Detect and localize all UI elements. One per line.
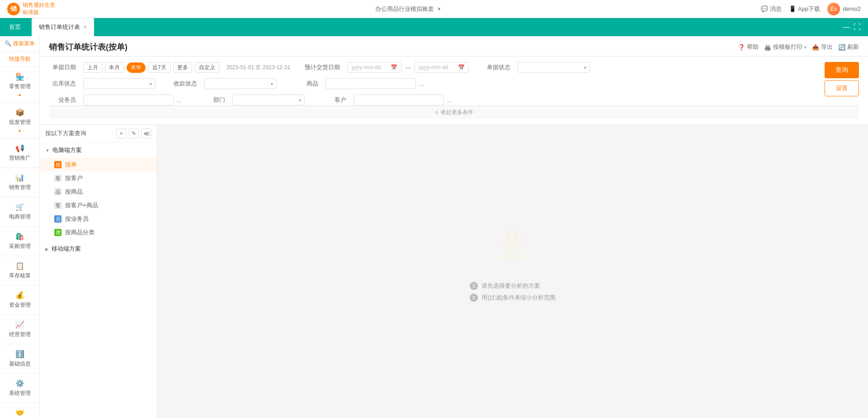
maximize-icon[interactable]: ⛶ <box>854 23 861 31</box>
date-end-input[interactable]: yyyy-mm-dd 📅 <box>415 62 469 73</box>
calendar-icon-start: 📅 <box>391 64 397 71</box>
page-header: 销售订单统计表(按单) ❓ 帮助 🖨️ 按模板打印 ▾ 📤 导出 🔄 刷新 <box>40 36 868 57</box>
app-icon: 📱 <box>789 5 796 12</box>
scheme-item-bygoods[interactable]: 品 按商品 <box>40 185 157 199</box>
date-label: 单据日期 <box>49 63 76 71</box>
scheme-item-bysales[interactable]: 员 按业务员 <box>40 212 157 226</box>
logo-area: 销 销售通好生意 标准版 <box>7 2 55 16</box>
date-btn-more[interactable]: 更多 <box>173 62 192 73</box>
calendar-icon-end: 📅 <box>458 64 465 71</box>
print-btn[interactable]: 🖨️ 按模板打印 ▾ <box>764 43 807 51</box>
goods-label: 商品 <box>291 80 318 88</box>
payment-status-select[interactable] <box>204 78 277 89</box>
customer-more-btn[interactable]: ... <box>445 96 454 104</box>
retail-arrow: ▲ <box>18 92 22 97</box>
sales-icon: 📊 <box>15 173 24 182</box>
date-btn-thismonth[interactable]: 本月 <box>105 62 124 73</box>
scheme-item-byorder[interactable]: 按 按单 <box>40 158 157 171</box>
scheme-item-icon-bycustomergoods: 客 <box>54 202 61 209</box>
mobile-group-label: 移动端方案 <box>52 245 81 253</box>
goods-input[interactable] <box>326 78 416 89</box>
date-start-input[interactable]: yyyy-mm-dd 📅 <box>347 62 401 73</box>
filter-row-1: 单据日期 上月 本月 本年 近7天 更多 自定义 2023-01-01 至 20… <box>49 62 817 73</box>
date-btn-thisyear[interactable]: 本年 <box>127 62 146 73</box>
dept-select[interactable] <box>232 95 305 105</box>
scheme-item-bycategory[interactable]: 类 按商品分类 <box>40 226 157 239</box>
app-download-btn[interactable]: 📱 App下载 <box>789 5 820 13</box>
scheme-pc-group-header[interactable]: ▼ 电脑端方案 <box>40 142 157 158</box>
delivery-status-select[interactable] <box>83 78 156 89</box>
collapse-bar[interactable]: ∧ 收起更多条件 <box>49 105 859 119</box>
svg-rect-10 <box>514 248 519 258</box>
svg-point-5 <box>514 236 517 239</box>
sidebar-item-basic[interactable]: ℹ️ 基础信息 <box>0 344 39 374</box>
purchase-icon: 🛍️ <box>15 232 24 241</box>
sales-input[interactable] <box>83 95 174 105</box>
content-body: 按以下方案查询 + ✎ ≪ ▼ 电脑端方案 按 按单 <box>40 125 868 418</box>
sidebar-item-retail[interactable]: 🏪 零售管理 ▲ <box>0 67 39 103</box>
empty-state: ① 请先选择要分析的方案 ② 用[过滤]条件来缩小分析范围 <box>470 223 555 302</box>
user-area[interactable]: Ea demo2 <box>827 3 861 15</box>
company-dropdown-icon[interactable]: ▾ <box>438 5 441 12</box>
sidebar-item-management[interactable]: 📈 经营管理 <box>0 315 39 344</box>
customer-label: 客户 <box>319 96 346 104</box>
tab-home[interactable]: 首页 <box>0 18 30 36</box>
scheme-item-icon-bycustomer: 客 <box>54 175 61 182</box>
refresh-btn[interactable]: 🔄 刷新 <box>838 43 859 51</box>
delivery-status-wrapper <box>83 78 156 89</box>
minimize-icon[interactable]: — <box>843 23 850 31</box>
reset-btn[interactable]: 设置 <box>825 80 859 96</box>
scheme-mobile-group-header[interactable]: ▶ 移动端方案 <box>40 241 157 256</box>
sales-label: 业务员 <box>49 96 76 104</box>
sales-more-btn[interactable]: ... <box>175 96 184 104</box>
sidebar-item-enterprise[interactable]: 🤝 企业协同 <box>0 403 39 418</box>
sidebar-item-marketing[interactable]: 📢 营销推广 <box>0 138 39 168</box>
logo-icon: 销 <box>7 3 20 15</box>
scheme-item-icon-bycategory: 类 <box>54 229 61 236</box>
help-btn[interactable]: ❓ 帮助 <box>738 43 759 51</box>
payment-status-wrapper <box>204 78 277 89</box>
expected-date-label: 预计交货日期 <box>305 63 340 71</box>
sales-input-group: ... <box>83 95 184 105</box>
scheme-header-label: 按以下方案查询 <box>45 129 86 138</box>
status-select-wrapper <box>518 62 590 73</box>
date-separator: — <box>405 64 411 71</box>
scheme-item-bycustomergoods[interactable]: 客 按客户+商品 <box>40 199 157 212</box>
scheme-collapse-btn[interactable]: ≪ <box>142 128 151 138</box>
goods-more-btn[interactable]: ... <box>417 80 426 87</box>
sidebar-search[interactable]: 🔍 搜索菜单 <box>0 36 39 52</box>
date-btn-lastmonth[interactable]: 上月 <box>83 62 102 73</box>
sidebar-quicknav[interactable]: 快捷导航 <box>0 52 39 67</box>
sidebar-item-wholesale[interactable]: 📦 批发管理 ▲ <box>0 103 39 138</box>
customer-input-group: ... <box>354 95 454 105</box>
empty-robot-icon <box>490 223 535 275</box>
svg-point-12 <box>511 228 514 230</box>
customer-input[interactable] <box>354 95 444 105</box>
scheme-header-actions: + ✎ ≪ <box>116 128 151 138</box>
messages-btn[interactable]: 💬 消息 <box>761 5 782 13</box>
sidebar-item-ecommerce[interactable]: 🛒 电商管理 <box>0 197 39 227</box>
scheme-item-bycustomer[interactable]: 客 按客户 <box>40 171 157 185</box>
goods-input-group: ... <box>326 78 426 89</box>
tab-active[interactable]: 销售订单统计表 × <box>32 18 94 36</box>
company-name: 办公用品行业模拟账套 <box>375 5 434 13</box>
finance-icon: 💰 <box>15 291 24 299</box>
scheme-item-icon-bysales: 员 <box>54 215 61 223</box>
tab-close-btn[interactable]: × <box>84 24 87 30</box>
date-btn-7days[interactable]: 近7天 <box>148 62 170 73</box>
tip-num-1: ① <box>470 282 478 290</box>
sidebar-item-sales[interactable]: 📊 销售管理 <box>0 168 39 197</box>
content: 销售订单统计表(按单) ❓ 帮助 🖨️ 按模板打印 ▾ 📤 导出 🔄 刷新 <box>40 36 868 418</box>
sidebar-item-system[interactable]: ⚙️ 系统管理 <box>0 374 39 403</box>
sidebar-item-purchase[interactable]: 🛍️ 采购管理 <box>0 227 39 256</box>
sidebar-item-inventory[interactable]: 📋 库存核算 <box>0 256 39 285</box>
refresh-icon: 🔄 <box>838 44 845 51</box>
marketing-icon: 📢 <box>15 144 24 152</box>
scheme-edit-btn[interactable]: ✎ <box>129 128 139 138</box>
query-btn[interactable]: 查询 <box>825 62 859 78</box>
sidebar-item-finance[interactable]: 💰 资金管理 <box>0 285 39 315</box>
status-select[interactable] <box>518 62 590 73</box>
scheme-add-btn[interactable]: + <box>116 128 126 138</box>
date-btn-custom[interactable]: 自定义 <box>195 62 219 73</box>
export-btn[interactable]: 📤 导出 <box>812 43 833 51</box>
